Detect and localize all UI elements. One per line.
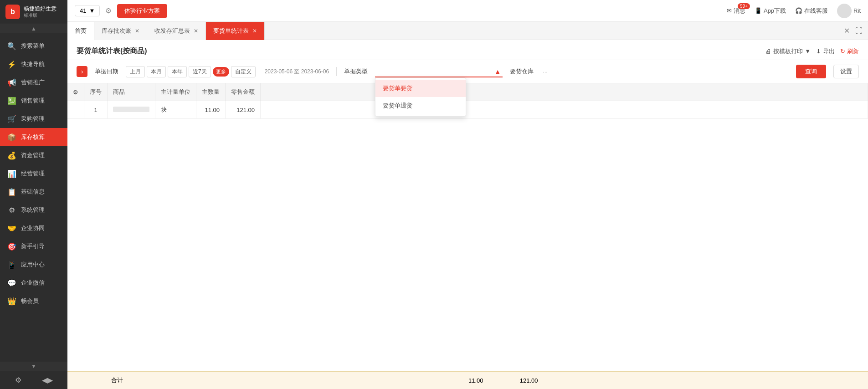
refresh-btn[interactable]: ↻ 刷新: [840, 47, 859, 56]
selector-chevron-icon: ▼: [89, 7, 95, 14]
tab-close-orderstat[interactable]: ✕: [252, 28, 257, 34]
tab-close-all-btn[interactable]: ✕: [842, 26, 852, 36]
table-container: ⚙ 序号 商品 主计量单位 主数量 零售金额 1 块 11.00 121.00: [67, 83, 868, 371]
operations-nav-icon: 📊: [7, 169, 16, 178]
table-footer: 合计 11.00 121.00: [67, 371, 868, 389]
brand-name: 畅捷通好生意: [24, 5, 56, 13]
table-row: 1 块 11.00 121.00: [67, 101, 868, 119]
sidebar-header: b 畅捷通好生意 标准版: [0, 0, 67, 24]
type-dropdown-menu: 要货单要货要货单退货: [375, 77, 466, 117]
filter-bar: › 单据日期 上月本月本年近7天更多自定义 2023-05-06 至 2023-…: [67, 60, 868, 83]
warehouse-more-icon[interactable]: ···: [543, 68, 548, 75]
export-icon: ⬇: [816, 48, 821, 55]
sidebar-item-apps[interactable]: 📱 应用中心: [0, 256, 67, 274]
messages-btn[interactable]: ✉ 消息 99+: [727, 7, 745, 15]
brand-info: 畅捷通好生意 标准版: [24, 5, 56, 19]
sidebar-item-guide[interactable]: 🎯 新手引导: [0, 237, 67, 256]
wechat-nav-icon: 💬: [7, 278, 16, 287]
settings-btn[interactable]: 设置: [833, 65, 859, 78]
print-template-btn[interactable]: 🖨 按模板打印 ▼: [765, 47, 811, 56]
sidebar-item-basic[interactable]: 📋 基础信息: [0, 183, 67, 201]
tab-shipreceive[interactable]: 收发存汇总表✕: [147, 22, 206, 40]
message-icon: ✉: [727, 7, 732, 14]
sidebar-item-label-apps: 应用中心: [21, 261, 45, 269]
sidebar-item-marketing[interactable]: 📢 营销推广: [0, 73, 67, 92]
sidebar-item-label-sales: 销售管理: [21, 97, 45, 105]
tab-batch[interactable]: 库存批次账✕: [94, 22, 147, 40]
topbar-gear-icon[interactable]: ⚙: [105, 6, 112, 15]
td-product: [108, 101, 155, 119]
dropdown-item-要货单退货[interactable]: 要货单退货: [375, 97, 466, 114]
online-service-btn[interactable]: 🎧 在线客服: [795, 7, 828, 15]
guide-nav-icon: 🎯: [7, 242, 16, 251]
sidebar: b 畅捷通好生意 标准版 ▲ 🔍 搜索菜单 ⚡ 快捷导航 📢 营销推广 💹 销售…: [0, 0, 67, 389]
sidebar-item-label-marketing: 营销推广: [21, 78, 45, 87]
sales-nav-icon: 💹: [7, 96, 16, 105]
date-btn-更多[interactable]: 更多: [213, 67, 229, 77]
type-filter-label: 单据类型: [344, 67, 368, 76]
topbar: 41 ▼ ⚙ 体验行业方案 ✉ 消息 99+ 📱 App下载 🎧 在: [67, 0, 868, 22]
sidebar-item-wechat[interactable]: 💬 企业微信: [0, 274, 67, 292]
sidebar-item-inventory[interactable]: 📦 库存核算: [0, 128, 67, 146]
app-download-label: App下载: [764, 7, 786, 15]
data-table: ⚙ 序号 商品 主计量单位 主数量 零售金额 1 块 11.00 121.00: [67, 83, 868, 119]
tab-close-batch[interactable]: ✕: [135, 28, 139, 34]
app-download-btn[interactable]: 📱 App下载: [755, 7, 786, 15]
query-btn[interactable]: 查询: [796, 65, 826, 78]
apps-nav-icon: 📱: [7, 260, 16, 269]
date-btn-上月[interactable]: 上月: [126, 66, 145, 77]
footer-qty: 11.00: [468, 377, 483, 384]
store-selector[interactable]: 41 ▼: [75, 5, 100, 16]
sidebar-item-operations[interactable]: 📊 经营管理: [0, 164, 67, 183]
tab-close-shipreceive[interactable]: ✕: [194, 28, 198, 34]
tab-home[interactable]: 首页: [67, 22, 94, 40]
tab-maximize-btn[interactable]: ⛶: [853, 26, 864, 36]
export-btn[interactable]: ⬇ 导出: [816, 47, 835, 56]
user-avatar[interactable]: Rit: [837, 4, 861, 18]
system-nav-icon: ⚙: [7, 205, 16, 215]
filter-divider: [336, 67, 337, 76]
sidebar-item-label-guide: 新手引导: [21, 242, 45, 251]
td-amount: 121.00: [226, 101, 261, 119]
trial-btn[interactable]: 体验行业方案: [117, 4, 167, 18]
sidebar-item-shortcut[interactable]: ⚡ 快捷导航: [0, 55, 67, 73]
tab-orderstat[interactable]: 要货单统计表✕: [206, 22, 265, 40]
type-select-arrow-icon[interactable]: ▲: [494, 68, 501, 75]
collapse-icon[interactable]: ◀▶: [42, 376, 53, 384]
page-title: 要货单统计表(按商品): [77, 46, 147, 56]
shortcut-nav-icon: ⚡: [7, 60, 16, 69]
date-btn-自定义[interactable]: 自定义: [231, 66, 256, 77]
th-product: 商品: [108, 83, 155, 101]
sidebar-item-vip[interactable]: 👑 畅会员: [0, 292, 67, 310]
tab-label-shipreceive: 收发存汇总表: [154, 27, 190, 35]
tab-label-home: 首页: [75, 27, 87, 35]
sidebar-scroll-down[interactable]: ▼: [0, 362, 67, 371]
dropdown-item-要货单要货[interactable]: 要货单要货: [375, 80, 466, 97]
filter-expand-btn[interactable]: ›: [77, 66, 87, 77]
th-extra: [261, 83, 868, 101]
th-settings[interactable]: ⚙: [67, 83, 84, 101]
date-btn-本年[interactable]: 本年: [168, 66, 187, 77]
date-btn-本月[interactable]: 本月: [147, 66, 166, 77]
inventory-nav-icon: 📦: [7, 133, 16, 142]
avatar-image: [837, 4, 852, 18]
table-header: ⚙ 序号 商品 主计量单位 主数量 零售金额: [67, 83, 868, 101]
tabs-bar: 首页库存批次账✕收发存汇总表✕要货单统计表✕ ✕ ⛶: [67, 22, 868, 40]
type-select-input[interactable]: [375, 66, 503, 77]
settings-icon[interactable]: ⚙: [15, 376, 21, 384]
sidebar-item-system[interactable]: ⚙ 系统管理: [0, 201, 67, 219]
marketing-nav-icon: 📢: [7, 78, 16, 87]
sidebar-item-finance[interactable]: 💰 资金管理: [0, 146, 67, 164]
date-btn-近7天[interactable]: 近7天: [189, 66, 211, 77]
sidebar-scroll-up[interactable]: ▲: [0, 24, 67, 33]
sidebar-item-sales[interactable]: 💹 销售管理: [0, 92, 67, 110]
sidebar-item-search[interactable]: 🔍 搜索菜单: [0, 37, 67, 55]
sidebar-item-label-search: 搜索菜单: [21, 42, 45, 50]
sidebar-item-cooperation[interactable]: 🤝 企业协同: [0, 219, 67, 237]
td-unit: 块: [155, 101, 196, 119]
sidebar-item-label-wechat: 企业微信: [21, 279, 45, 287]
sidebar-item-purchase[interactable]: 🛒 采购管理: [0, 110, 67, 128]
headset-icon: 🎧: [795, 7, 802, 14]
page-actions: 🖨 按模板打印 ▼ ⬇ 导出 ↻ 刷新: [765, 47, 859, 56]
refresh-label: 刷新: [847, 47, 859, 56]
